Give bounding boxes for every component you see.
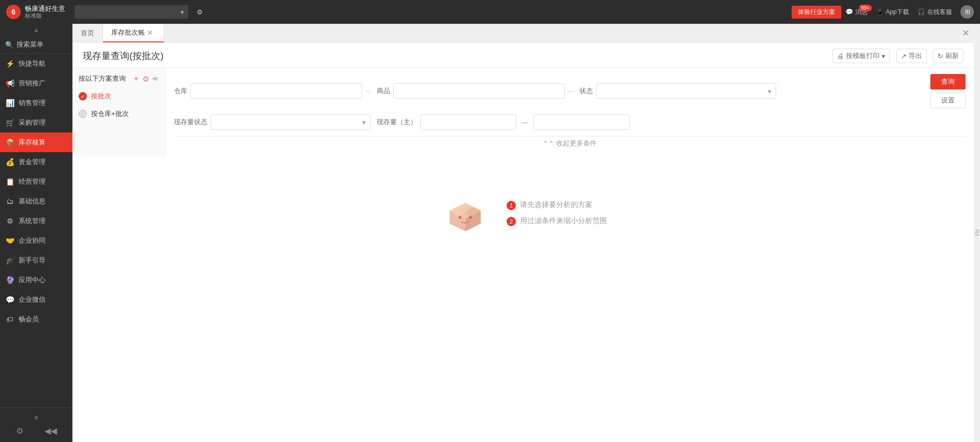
top-actions: 💬 消息 99+ 📱 App下载 🎧 在线客服 用 bbox=[845, 5, 974, 19]
filter-row-2: 现存量状态 ▾ 现存量（主） — bbox=[174, 114, 966, 130]
filter-field-warehouse: 仓库 ··· bbox=[174, 83, 370, 99]
product-input[interactable] bbox=[393, 83, 565, 99]
tip-text-2: 用过滤条件来缩小分析范围 bbox=[520, 216, 607, 226]
top-search-bar[interactable]: ▾ bbox=[75, 5, 188, 19]
filter-scheme-title: 按以下方案查询 bbox=[79, 74, 126, 83]
tip-text-1: 请先选择要分析的方案 bbox=[520, 200, 592, 210]
sidebar-item-collab[interactable]: 🤝 企业协同 bbox=[0, 231, 72, 251]
collab-icon: 🤝 bbox=[5, 236, 14, 245]
stock-qty-to-input[interactable] bbox=[533, 114, 630, 130]
add-scheme-icon[interactable]: ＋ bbox=[132, 74, 140, 83]
settings-icon[interactable]: ⚙ bbox=[16, 426, 23, 436]
sidebar-item-member[interactable]: 🏷 畅会员 bbox=[0, 310, 72, 329]
tip-num-2: 2 bbox=[507, 217, 516, 226]
inventory-icon: 📦 bbox=[5, 138, 14, 147]
online-service-action[interactable]: 🎧 在线客服 bbox=[917, 8, 952, 17]
tab-home[interactable]: 首页 bbox=[72, 24, 103, 42]
tab-home-label: 首页 bbox=[81, 28, 94, 38]
tab-close-button[interactable]: ✕ bbox=[145, 29, 155, 36]
sidebar-search-label: 搜索菜单 bbox=[17, 40, 43, 49]
app-download-action[interactable]: 📱 App下载 bbox=[876, 8, 909, 17]
sidebar-item-basics[interactable]: 🗂 基础信息 bbox=[0, 191, 72, 211]
export-icon: ↗ bbox=[901, 52, 907, 60]
collapse-label: 收起更多条件 bbox=[556, 139, 597, 148]
service-icon: 🎧 bbox=[917, 8, 925, 16]
sidebar-item-purchase[interactable]: 🛒 采购管理 bbox=[0, 113, 72, 132]
sidebar-item-label: 销售管理 bbox=[19, 98, 46, 108]
page-title: 现存量查询(按批次) bbox=[83, 50, 164, 62]
print-dropdown-icon: ▾ bbox=[882, 52, 885, 60]
gear-icon-top[interactable]: ⚙ bbox=[197, 8, 203, 16]
main-layout: ▲ 🔍 搜索菜单 ⚡ 快捷导航 📢 营销推广 📊 销售管理 🛒 采购管理 📦 库… bbox=[0, 24, 980, 442]
tab-bar-right: ✕ bbox=[962, 27, 974, 39]
settings-scheme-icon[interactable]: ⊙ bbox=[143, 75, 149, 83]
sidebar-search[interactable]: 🔍 搜索菜单 bbox=[0, 36, 72, 54]
user-avatar[interactable]: 用 bbox=[960, 5, 974, 19]
sidebar-item-marketing[interactable]: 📢 营销推广 bbox=[0, 73, 72, 93]
sidebar-scroll-down[interactable]: ▼ bbox=[0, 412, 72, 424]
empty-tip-2: 2 用过滤条件来缩小分析范围 bbox=[507, 216, 607, 226]
filter-fields: 仓库 ··· 商品 ··· 状态 bbox=[166, 68, 974, 156]
search-dropdown-icon[interactable]: ▾ bbox=[181, 8, 184, 16]
filter-scheme-header: 按以下方案查询 ＋ ⊙ ≪ bbox=[72, 74, 165, 87]
collapse-scheme-icon[interactable]: ≪ bbox=[152, 75, 159, 82]
filter-field-product: 商品 ··· bbox=[377, 83, 573, 99]
messages-badge: 99+ bbox=[859, 5, 872, 11]
newbie-icon: 🎓 bbox=[5, 256, 14, 265]
scheme-dot-batch: ✓ bbox=[79, 92, 87, 100]
top-search-input[interactable] bbox=[79, 8, 179, 16]
messages-action[interactable]: 💬 消息 99+ bbox=[845, 8, 868, 17]
print-icon: 🖨 bbox=[837, 52, 844, 60]
finance-icon: 💰 bbox=[5, 157, 14, 167]
sidebar-item-operations[interactable]: 📋 经营管理 bbox=[0, 172, 72, 191]
sidebar-item-finance[interactable]: 💰 资金管理 bbox=[0, 152, 72, 172]
app-brand: 畅康通好生意 标准版 bbox=[25, 5, 65, 20]
quick-nav-icon: ⚡ bbox=[5, 59, 14, 68]
member-icon: 🏷 bbox=[5, 315, 14, 324]
page-content: 现存量查询(按批次) 🖨 按模板打印 ▾ ↗ 导出 ↻ 刷新 bbox=[72, 42, 974, 442]
sidebar-item-inventory[interactable]: 📦 库存核算 bbox=[0, 132, 72, 152]
sidebar-item-quick-nav[interactable]: ⚡ 快捷导航 bbox=[0, 54, 72, 73]
export-button[interactable]: ↗ 导出 bbox=[896, 49, 927, 63]
product-more-icon[interactable]: ··· bbox=[568, 87, 573, 95]
sidebar-item-newbie[interactable]: 🎓 新手引导 bbox=[0, 251, 72, 270]
warehouse-input[interactable] bbox=[190, 83, 362, 99]
status-dropdown-icon: ▾ bbox=[768, 87, 771, 95]
marketing-icon: 📢 bbox=[5, 79, 14, 88]
sidebar-item-system[interactable]: ⚙ 系统管理 bbox=[0, 211, 72, 231]
filter-actions-right: 查询 设置 bbox=[930, 74, 966, 108]
filter-panel: 按以下方案查询 ＋ ⊙ ≪ ✓ 按批次 按仓库+批次 bbox=[72, 68, 974, 156]
svg-point-5 bbox=[458, 216, 462, 219]
right-panel-hint[interactable]: Rit bbox=[974, 24, 980, 442]
collapse-icon[interactable]: ◀◀ bbox=[44, 426, 57, 436]
filter-scheme-panel: 按以下方案查询 ＋ ⊙ ≪ ✓ 按批次 按仓库+批次 bbox=[72, 68, 166, 156]
stock-status-select[interactable]: ▾ bbox=[211, 114, 370, 130]
filter-field-status: 状态 ▾ bbox=[580, 83, 776, 99]
sidebar-scroll-up[interactable]: ▲ bbox=[0, 24, 72, 36]
stock-qty-label: 现存量（主） bbox=[377, 117, 417, 127]
right-panel-label: Rit bbox=[974, 229, 980, 236]
collapse-more-btn[interactable]: ⌃⌃ 收起更多条件 bbox=[174, 136, 966, 150]
scheme-item-warehouse-batch[interactable]: 按仓库+批次 bbox=[72, 105, 165, 123]
tab-inventory-batch-label: 库存批次账 bbox=[111, 28, 145, 37]
tab-bar: 首页 库存批次账 ✕ ✕ bbox=[72, 24, 974, 42]
page-close-button[interactable]: ✕ bbox=[962, 27, 970, 39]
status-select[interactable]: ▾ bbox=[596, 83, 776, 99]
sidebar-item-wechat[interactable]: 💬 企业微信 bbox=[0, 290, 72, 310]
tab-inventory-batch[interactable]: 库存批次账 ✕ bbox=[103, 24, 164, 42]
settings-button[interactable]: 设置 bbox=[930, 93, 966, 108]
scheme-item-batch[interactable]: ✓ 按批次 bbox=[72, 87, 165, 105]
stock-qty-from-input[interactable] bbox=[420, 114, 516, 130]
sidebar-item-sales[interactable]: 📊 销售管理 bbox=[0, 93, 72, 113]
sidebar-item-label: 资金管理 bbox=[19, 157, 46, 167]
print-button[interactable]: 🖨 按模板打印 ▾ bbox=[833, 49, 890, 63]
refresh-button[interactable]: ↻ 刷新 bbox=[933, 49, 963, 63]
trial-button[interactable]: 体验行业方案 bbox=[792, 6, 841, 19]
warehouse-more-icon[interactable]: ··· bbox=[365, 87, 370, 95]
message-icon: 💬 bbox=[845, 8, 853, 16]
sidebar-item-label: 快捷导航 bbox=[19, 59, 46, 68]
sidebar-item-apps[interactable]: 🔮 应用中心 bbox=[0, 270, 72, 290]
sidebar-item-label: 畅会员 bbox=[19, 315, 39, 324]
stock-qty-dash: — bbox=[519, 119, 530, 126]
query-button[interactable]: 查询 bbox=[930, 74, 966, 90]
